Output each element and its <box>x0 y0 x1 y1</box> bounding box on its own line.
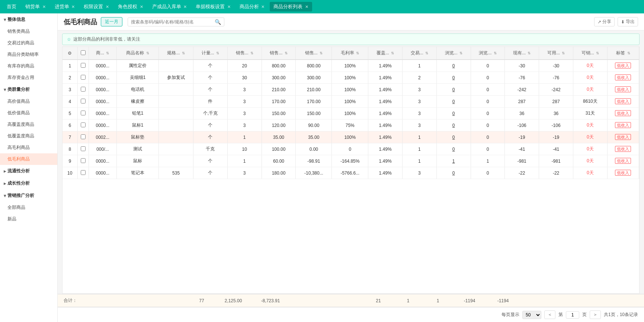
nav-sales[interactable]: 销货单 ✕ <box>22 2 49 12</box>
col-view1[interactable]: 浏览... ⇅ <box>436 47 471 60</box>
cell-check[interactable] <box>77 84 89 96</box>
cell-check[interactable] <box>77 72 89 84</box>
view1-link[interactable]: 0 <box>452 170 455 176</box>
prev-page-btn[interactable]: ＜ <box>544 310 555 319</box>
search-icon[interactable]: 🔍 <box>215 19 221 25</box>
col-current[interactable]: 现有... ⇅ <box>505 47 539 60</box>
cell-check[interactable] <box>77 155 89 167</box>
col-tag[interactable]: 标签 ⇅ <box>607 47 639 60</box>
sidebar-item-low-value[interactable]: 低价值商品 <box>0 107 57 119</box>
nav-perms[interactable]: 权限设置 ✕ <box>80 2 113 12</box>
next-page-btn[interactable]: ＞ <box>590 310 601 319</box>
col-saleable[interactable]: 可销... ⇅ <box>573 47 607 60</box>
col-view2[interactable]: 浏览... ⇅ <box>471 47 505 60</box>
sidebar-group-cluster[interactable]: ▾ 类群量分析 <box>0 83 57 96</box>
row-checkbox[interactable] <box>81 63 86 68</box>
row-checkbox[interactable] <box>81 99 86 103</box>
row-checkbox[interactable] <box>81 134 86 139</box>
sidebar-item-low-coverage[interactable]: 低覆盖度商品 <box>0 130 57 142</box>
nav-close-analysis-list[interactable]: ✕ <box>305 4 308 9</box>
col-code[interactable]: 商... ⇅ <box>89 47 117 60</box>
col-name[interactable]: 商品名称 ⇅ <box>117 47 159 60</box>
col-available[interactable]: 可用... ⇅ <box>539 47 573 60</box>
cell-check[interactable] <box>77 143 89 155</box>
sidebar-item-capital[interactable]: 库存资金占用 <box>0 72 57 83</box>
cell-view1[interactable]: 0 <box>436 143 471 155</box>
view1-link[interactable]: 0 <box>452 135 455 140</box>
sidebar-group-marketing[interactable]: ▾ 营销推广分析 <box>0 189 57 202</box>
sidebar-group-growth[interactable]: ▸ 成长性分析 <box>0 177 57 189</box>
nav-close-roles[interactable]: ✕ <box>140 4 143 9</box>
cell-check[interactable] <box>77 167 89 179</box>
view1-link[interactable]: 0 <box>452 123 455 128</box>
page-input[interactable] <box>566 311 579 319</box>
nav-products[interactable]: 产成品入库单 ✕ <box>148 2 191 12</box>
sidebar-item-traded-goods[interactable]: 交易过的商品 <box>0 37 57 49</box>
view1-link[interactable]: 0 <box>452 99 455 104</box>
sidebar-item-high-margin[interactable]: 高毛利商品 <box>0 142 57 153</box>
cell-check[interactable] <box>77 131 89 143</box>
view1-link[interactable]: 1 <box>452 159 455 164</box>
nav-roles[interactable]: 角色授权 ✕ <box>114 2 147 12</box>
row-checkbox[interactable] <box>81 158 86 163</box>
sidebar-group-overview[interactable]: ▾ 整体信息 <box>0 13 57 26</box>
nav-close-perms[interactable]: ✕ <box>106 4 109 9</box>
col-spec[interactable]: 规格... ⇅ <box>159 47 193 60</box>
view1-link[interactable]: 0 <box>452 111 455 116</box>
cell-view1[interactable]: 0 <box>436 131 471 143</box>
col-price[interactable]: 销售... ⇅ <box>262 47 296 60</box>
share-btn[interactable]: ↗ 分享 <box>594 17 615 26</box>
cell-view1[interactable]: 0 <box>436 72 471 84</box>
nav-close-products[interactable]: ✕ <box>183 4 187 9</box>
nav-close-analysis[interactable]: ✕ <box>261 4 265 9</box>
cell-view1[interactable]: 0 <box>436 119 471 131</box>
row-checkbox[interactable] <box>81 75 86 80</box>
search-input[interactable] <box>131 19 215 25</box>
cell-check[interactable] <box>77 96 89 108</box>
select-all-checkbox[interactable] <box>81 50 86 55</box>
sidebar-item-stock-goods[interactable]: 有库存的商品 <box>0 60 57 72</box>
cell-view1[interactable]: 0 <box>436 96 471 108</box>
sidebar-item-high-value[interactable]: 高价值商品 <box>0 96 57 107</box>
col-amount[interactable]: 销售... ⇅ <box>296 47 332 60</box>
nav-templates[interactable]: 单据模板设置 ✕ <box>192 2 234 12</box>
col-trade[interactable]: 交易... ⇅ <box>403 47 437 60</box>
row-checkbox[interactable] <box>81 122 86 127</box>
view1-link[interactable]: 0 <box>452 75 455 80</box>
sidebar-item-new-goods[interactable]: 新品 <box>0 213 57 225</box>
sidebar-item-high-coverage[interactable]: 高覆盖度商品 <box>0 119 57 130</box>
col-unit[interactable]: 计量... ⇅ <box>193 47 227 60</box>
col-settings[interactable]: ⚙ <box>63 47 77 60</box>
cell-check[interactable] <box>77 108 89 119</box>
cell-view1[interactable]: 0 <box>436 167 471 179</box>
nav-close-purchase[interactable]: ✕ <box>71 4 75 9</box>
view1-link[interactable]: 0 <box>452 63 455 68</box>
per-page-select[interactable]: 50 100 200 <box>522 311 541 319</box>
table-container[interactable]: ⚙ 商... ⇅ 商品名称 ⇅ 规格... ⇅ 计量... ⇅ 销售... ⇅ … <box>62 47 640 294</box>
cell-view1[interactable]: 0 <box>436 108 471 119</box>
row-checkbox[interactable] <box>81 111 86 115</box>
col-qty[interactable]: 销售... ⇅ <box>227 47 262 60</box>
export-btn[interactable]: ⬇ 导出 <box>618 17 638 26</box>
row-checkbox[interactable] <box>81 146 86 151</box>
sidebar-item-low-margin[interactable]: 低毛利商品 <box>0 153 57 165</box>
sidebar-item-category-rate[interactable]: 商品分类助销率 <box>0 49 57 60</box>
row-checkbox[interactable] <box>81 87 86 92</box>
view1-link[interactable]: 0 <box>452 87 455 92</box>
sidebar-item-all-goods[interactable]: 全部商品 <box>0 202 57 213</box>
nav-close-sales[interactable]: ✕ <box>42 4 46 9</box>
cell-view1[interactable]: 1 <box>436 155 471 167</box>
col-coverage[interactable]: 覆盖... ⇅ <box>368 47 403 60</box>
row-checkbox[interactable] <box>81 170 86 175</box>
nav-close-templates[interactable]: ✕ <box>227 4 231 9</box>
cell-view1[interactable]: 0 <box>436 84 471 96</box>
nav-purchase[interactable]: 进货单 ✕ <box>51 2 79 12</box>
cell-check[interactable] <box>77 119 89 131</box>
view1-link[interactable]: 0 <box>452 147 455 152</box>
nav-analysis[interactable]: 商品分析 ✕ <box>236 2 269 12</box>
cell-check[interactable] <box>77 60 89 72</box>
nav-analysis-list[interactable]: 商品分析列表 ✕ <box>270 2 312 12</box>
sidebar-item-sales-goods[interactable]: 销售类商品 <box>0 26 57 37</box>
filter-month-btn[interactable]: 近一月 <box>101 17 122 26</box>
sidebar-group-flow[interactable]: ▸ 流通性分析 <box>0 165 57 177</box>
